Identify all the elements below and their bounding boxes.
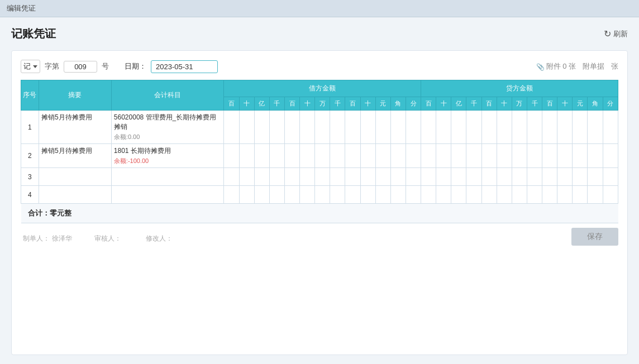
row-credit-d11[interactable] <box>573 168 588 186</box>
row-account[interactable] <box>111 168 224 186</box>
row-credit-d5[interactable] <box>481 144 497 168</box>
row-credit-d1[interactable] <box>421 186 436 204</box>
row-debit-d6[interactable] <box>300 186 315 204</box>
row-credit-d8[interactable] <box>527 168 542 186</box>
row-credit-d11[interactable] <box>573 111 588 144</box>
row-debit-d8[interactable] <box>330 168 345 186</box>
row-credit-d5[interactable] <box>481 168 497 186</box>
row-debit-d12[interactable] <box>390 186 406 204</box>
row-debit-d3[interactable] <box>254 111 269 144</box>
row-credit-d13[interactable] <box>603 144 618 168</box>
row-debit-d10[interactable] <box>360 144 375 168</box>
row-debit-d11[interactable] <box>375 111 390 144</box>
row-account[interactable]: 56020008 管理费用_长期待摊费用摊销余额:0.00 <box>111 111 224 144</box>
row-debit-d1[interactable] <box>224 144 239 168</box>
row-summary[interactable] <box>39 186 111 204</box>
row-debit-d5[interactable] <box>284 144 299 168</box>
row-credit-d12[interactable] <box>588 144 603 168</box>
row-summary[interactable]: 摊销5月待摊费用 <box>39 111 111 144</box>
row-credit-d2[interactable] <box>436 168 451 186</box>
row-credit-d11[interactable] <box>573 144 588 168</box>
row-debit-d10[interactable] <box>360 168 375 186</box>
table-row[interactable]: 2摊销5月待摊费用1801 长期待摊费用余额:-100.00 <box>21 144 618 168</box>
row-credit-d7[interactable] <box>512 144 527 168</box>
row-debit-d1[interactable] <box>224 186 239 204</box>
row-credit-d10[interactable] <box>557 144 573 168</box>
row-credit-d4[interactable] <box>466 111 481 144</box>
row-debit-d13[interactable] <box>406 111 421 144</box>
row-credit-d2[interactable] <box>436 144 451 168</box>
save-button[interactable]: 保存 <box>571 228 618 246</box>
table-row[interactable]: 3 <box>21 168 618 186</box>
row-credit-d13[interactable] <box>603 186 618 204</box>
row-credit-d3[interactable] <box>451 144 466 168</box>
row-summary[interactable]: 摊销5月待摊费用 <box>39 144 111 168</box>
row-credit-d12[interactable] <box>588 168 603 186</box>
row-credit-d2[interactable] <box>436 111 451 144</box>
row-debit-d9[interactable] <box>345 144 360 168</box>
row-debit-d3[interactable] <box>254 168 269 186</box>
row-debit-d8[interactable] <box>330 144 345 168</box>
row-credit-d7[interactable] <box>512 186 527 204</box>
row-credit-d3[interactable] <box>451 168 466 186</box>
row-credit-d1[interactable] <box>421 111 436 144</box>
row-debit-d13[interactable] <box>406 168 421 186</box>
row-account[interactable]: 1801 长期待摊费用余额:-100.00 <box>111 144 224 168</box>
row-debit-d12[interactable] <box>390 144 406 168</box>
row-credit-d9[interactable] <box>542 186 557 204</box>
row-credit-d2[interactable] <box>436 186 451 204</box>
row-debit-d6[interactable] <box>300 144 315 168</box>
row-credit-d7[interactable] <box>512 111 527 144</box>
row-debit-d9[interactable] <box>345 186 360 204</box>
row-account[interactable] <box>111 186 224 204</box>
type-select[interactable]: 记 <box>21 60 40 73</box>
table-row[interactable]: 4 <box>21 186 618 204</box>
row-debit-d7[interactable] <box>315 144 330 168</box>
table-row[interactable]: 1摊销5月待摊费用56020008 管理费用_长期待摊费用摊销余额:0.00 <box>21 111 618 144</box>
row-debit-d6[interactable] <box>300 168 315 186</box>
row-credit-d9[interactable] <box>542 111 557 144</box>
voucher-number-input[interactable] <box>64 61 97 73</box>
row-debit-d1[interactable] <box>224 168 239 186</box>
row-debit-d11[interactable] <box>375 144 390 168</box>
row-credit-d5[interactable] <box>481 186 497 204</box>
row-credit-d5[interactable] <box>481 111 497 144</box>
date-input[interactable] <box>151 60 218 73</box>
row-credit-d13[interactable] <box>603 168 618 186</box>
row-credit-d4[interactable] <box>466 144 481 168</box>
row-debit-d2[interactable] <box>239 186 254 204</box>
row-credit-d12[interactable] <box>588 111 603 144</box>
row-debit-d8[interactable] <box>330 111 345 144</box>
row-debit-d3[interactable] <box>254 186 269 204</box>
row-debit-d5[interactable] <box>284 186 299 204</box>
row-credit-d9[interactable] <box>542 144 557 168</box>
row-credit-d11[interactable] <box>573 186 588 204</box>
row-debit-d5[interactable] <box>284 168 299 186</box>
row-debit-d9[interactable] <box>345 168 360 186</box>
row-debit-d11[interactable] <box>375 186 390 204</box>
row-credit-d10[interactable] <box>557 111 573 144</box>
row-debit-d12[interactable] <box>390 168 406 186</box>
row-debit-d2[interactable] <box>239 144 254 168</box>
row-debit-d4[interactable] <box>269 144 284 168</box>
row-debit-d12[interactable] <box>390 111 406 144</box>
row-credit-d12[interactable] <box>588 186 603 204</box>
row-debit-d4[interactable] <box>269 186 284 204</box>
row-debit-d7[interactable] <box>315 186 330 204</box>
row-debit-d8[interactable] <box>330 186 345 204</box>
row-summary[interactable] <box>39 168 111 186</box>
row-debit-d4[interactable] <box>269 111 284 144</box>
row-credit-d4[interactable] <box>466 186 481 204</box>
row-credit-d6[interactable] <box>497 168 512 186</box>
row-credit-d10[interactable] <box>557 186 573 204</box>
row-debit-d9[interactable] <box>345 111 360 144</box>
row-debit-d2[interactable] <box>239 111 254 144</box>
row-credit-d8[interactable] <box>527 186 542 204</box>
row-credit-d10[interactable] <box>557 168 573 186</box>
row-credit-d8[interactable] <box>527 144 542 168</box>
row-credit-d1[interactable] <box>421 168 436 186</box>
row-credit-d8[interactable] <box>527 111 542 144</box>
row-credit-d6[interactable] <box>497 111 512 144</box>
row-debit-d13[interactable] <box>406 186 421 204</box>
row-debit-d5[interactable] <box>284 111 299 144</box>
